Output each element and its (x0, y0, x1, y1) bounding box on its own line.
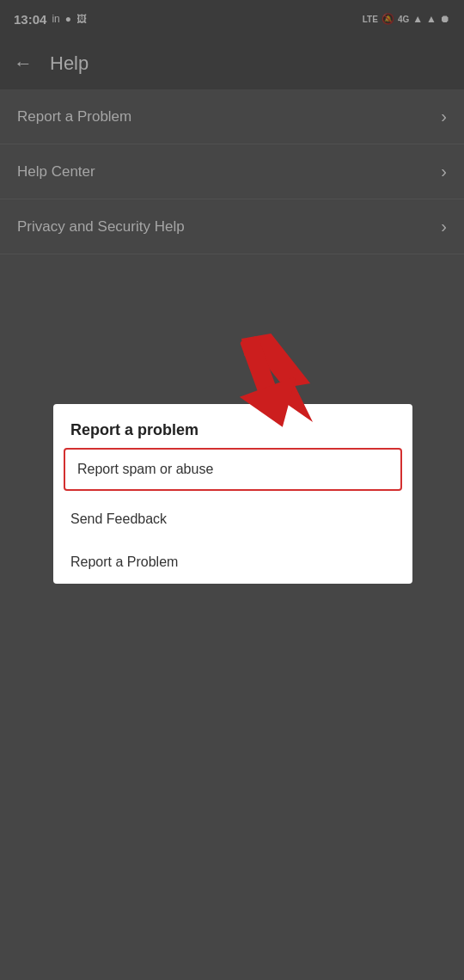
modal-item-report-spam[interactable]: Report spam or abuse (64, 448, 402, 491)
red-arrow (219, 331, 314, 434)
svg-marker-2 (240, 377, 311, 434)
modal-item-send-feedback[interactable]: Send Feedback (53, 498, 412, 541)
modal-item-report-problem[interactable]: Report a Problem (53, 541, 412, 584)
